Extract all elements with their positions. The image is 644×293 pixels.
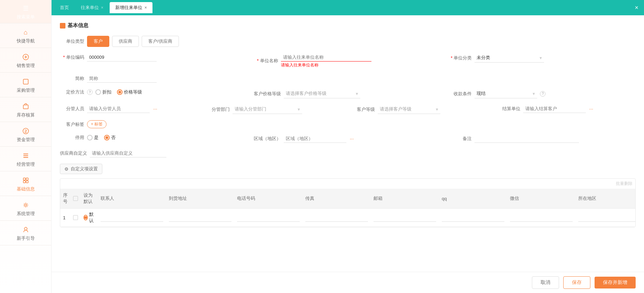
customer-level-select[interactable]: 请选择客户等级 ▾ xyxy=(378,105,440,114)
radio-price-level[interactable]: 价格等级 xyxy=(117,89,142,95)
row-seq: 1 xyxy=(60,209,70,227)
col-default: 设为默认 xyxy=(81,189,98,209)
settlement-more-btn[interactable]: ··· xyxy=(589,106,594,112)
sidebar-item-basics[interactable]: 基础信息 xyxy=(0,171,51,196)
pricing-hint-icon[interactable]: ? xyxy=(87,89,93,95)
select-all-checkbox[interactable] xyxy=(73,196,78,201)
radio-disable-yes[interactable]: 是 xyxy=(87,135,99,141)
sidebar-item-newbie[interactable]: 新手引导 xyxy=(0,221,51,245)
sidebar-item-label: 快捷导航 xyxy=(17,38,35,44)
col-checkbox xyxy=(70,189,81,209)
cancel-button[interactable]: 取消 xyxy=(532,276,559,289)
unit-category-label: 单位分类 xyxy=(447,55,472,61)
radio-disable-no[interactable]: 否 xyxy=(104,135,116,141)
short-name-row: 简称 xyxy=(60,74,636,83)
row-qq xyxy=(439,209,507,227)
row-checkbox[interactable] xyxy=(73,215,78,220)
code-name-category-row: 单位编码 单位名称 请输入往来单位名称 单位分类 未分类 ▾ xyxy=(60,53,636,68)
radio-circle-price-level xyxy=(117,89,123,95)
sidebar-item-quick-nav[interactable]: ⌂ 快捷导航 xyxy=(0,23,51,48)
unit-btn-both[interactable]: 客户/供应商 xyxy=(142,36,179,47)
sidebar-item-label: 基础信息 xyxy=(17,186,35,192)
radio-discount[interactable]: 折扣 xyxy=(95,89,111,95)
row-default-radio[interactable]: 默认 xyxy=(84,211,95,224)
sidebar-item-sales[interactable]: 销售管理 xyxy=(0,48,51,73)
tab-partners[interactable]: 往来单位 × xyxy=(75,2,109,13)
section-header: 基本信息 xyxy=(60,22,636,29)
svg-rect-1 xyxy=(23,79,28,84)
sidebar-item-finance[interactable]: 资金管理 xyxy=(0,122,51,147)
department-label: 分管部门 xyxy=(205,106,230,113)
radio-circle-discount xyxy=(95,89,101,95)
settlement-unit-input[interactable] xyxy=(523,105,586,113)
region-more-btn[interactable]: ··· xyxy=(349,136,355,141)
unit-code-group: 单位编码 xyxy=(60,53,248,62)
row-qq-input[interactable] xyxy=(442,213,504,222)
row-region-input[interactable] xyxy=(578,213,636,222)
tab-home[interactable]: 首页 xyxy=(54,2,74,13)
short-name-label: 简称 xyxy=(60,75,84,82)
svg-rect-9 xyxy=(23,181,25,183)
row-contact-input[interactable] xyxy=(101,213,163,222)
remark-input[interactable] xyxy=(474,135,579,143)
supplier-custom-row: 供应商自定义 xyxy=(60,149,636,157)
sidebar-item-operations[interactable]: 经营管理 xyxy=(0,147,51,171)
save-new-button[interactable]: 保存并新增 xyxy=(595,277,636,288)
settlement-unit-group: 结算单位 ··· xyxy=(496,105,636,113)
supplier-custom-label: 供应商自定义 xyxy=(60,150,87,156)
row-fax xyxy=(303,209,371,227)
department-select[interactable]: 请输入分管部门 ▾ xyxy=(233,105,302,114)
manager-label: 分管人员 xyxy=(60,106,84,112)
row-email-input[interactable] xyxy=(374,213,436,222)
remark-group: 备注 xyxy=(447,135,636,143)
tab-partners-close[interactable]: × xyxy=(101,5,103,10)
unit-btn-customer[interactable]: 客户 xyxy=(87,36,109,47)
short-name-input[interactable] xyxy=(87,74,157,83)
custom-settings-button[interactable]: ⚙ 自定义项设置 xyxy=(60,164,102,174)
section-title: 基本信息 xyxy=(68,22,88,29)
svg-rect-10 xyxy=(26,181,28,183)
row-fax-input[interactable] xyxy=(305,213,368,222)
payment-terms-select[interactable]: 现结 ▾ xyxy=(474,89,537,98)
row-phone-input[interactable] xyxy=(237,213,300,222)
row-phone xyxy=(234,209,303,227)
sidebar-item-search[interactable]: ☰ 搜索菜单 xyxy=(0,0,51,23)
supplier-custom-input[interactable] xyxy=(90,149,166,157)
batch-delete-btn[interactable]: 批量删除 xyxy=(616,181,633,187)
unit-category-group: 单位分类 未分类 ▾ xyxy=(447,53,636,63)
unit-btn-supplier[interactable]: 供应商 xyxy=(112,36,139,47)
sidebar-item-system[interactable]: 系统管理 xyxy=(0,196,51,221)
tab-new-partner[interactable]: 新增往来单位 × xyxy=(110,2,152,13)
main-content: 首页 往来单位 × 新增往来单位 × × 基本信息 单位类型 客户 供应商 客户… xyxy=(52,0,644,293)
finance-icon xyxy=(22,127,30,135)
customer-price-level-label: 客户价格等级 xyxy=(254,91,281,97)
inventory-icon xyxy=(22,102,30,111)
sidebar-item-label: 采购管理 xyxy=(17,87,35,93)
sidebar-item-inventory[interactable]: 库存核算 xyxy=(0,97,51,122)
manager-more-btn[interactable]: ··· xyxy=(152,106,158,112)
customer-price-level-select[interactable]: 请选择客户价格等级 ▾ xyxy=(284,89,360,98)
row-wechat-input[interactable] xyxy=(510,213,573,222)
svg-rect-2 xyxy=(23,105,28,109)
manager-input[interactable] xyxy=(87,105,150,113)
tags-row: 客户标签 + 标签 xyxy=(60,120,636,128)
row-address-input[interactable] xyxy=(169,213,231,222)
payment-hint-icon[interactable]: ? xyxy=(540,91,545,97)
unit-category-select[interactable]: 未分类 ▾ xyxy=(474,53,544,63)
save-button[interactable]: 保存 xyxy=(563,276,590,289)
sidebar-item-purchase[interactable]: 采购管理 xyxy=(0,73,51,97)
pricing-radio-group: 折扣 价格等级 xyxy=(95,89,142,95)
unit-code-input[interactable] xyxy=(87,53,157,62)
add-tag-button[interactable]: + 标签 xyxy=(87,120,107,128)
svg-point-11 xyxy=(25,204,27,206)
window-close-button[interactable]: × xyxy=(632,4,641,11)
region-input[interactable] xyxy=(284,135,346,143)
sidebar: ☰ 搜索菜单 ⌂ 快捷导航 销售管理 采购管理 库存核算 资金管理 经营管理 xyxy=(0,0,52,293)
tags-group: 客户标签 + 标签 xyxy=(60,120,636,128)
tab-new-partner-close[interactable]: × xyxy=(144,5,147,10)
sidebar-item-label: 系统管理 xyxy=(17,211,35,217)
chevron-down-icon: ▾ xyxy=(356,91,358,96)
svg-rect-4 xyxy=(23,154,28,154)
row-email xyxy=(371,209,439,227)
unit-name-input[interactable] xyxy=(281,53,371,62)
